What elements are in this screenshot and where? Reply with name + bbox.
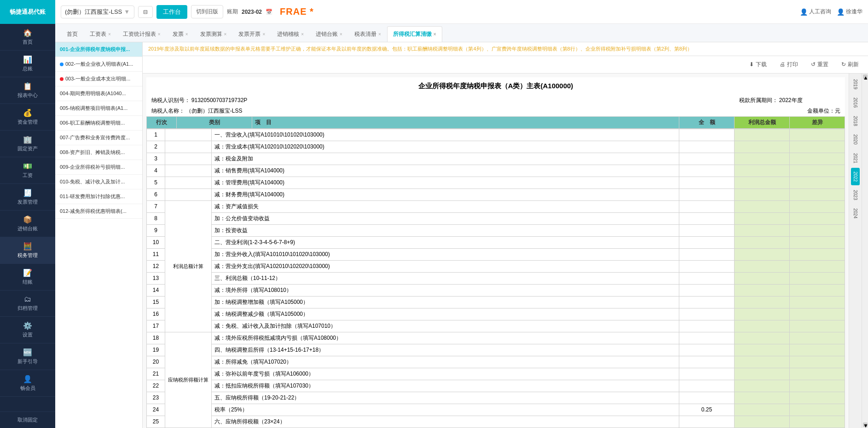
company-selector[interactable]: (勿删）江西服宝-LSS ▼ [61,6,134,18]
scroll-down-btn[interactable]: ▼ [863,422,868,427]
list-item-001[interactable]: 001-企业所得税年度纳税申报... [55,42,142,57]
tab-sales-ledger[interactable]: 进销台账× [310,26,348,42]
year-item-2023[interactable]: 2023 [851,186,860,204]
print-layout-btn[interactable]: ⊟ [138,6,153,18]
header-amount: 全 额 [679,116,735,128]
year-item-2016[interactable]: 2016 [851,94,860,111]
refresh-button[interactable]: ↻ 刷新 [838,59,862,70]
tab-close-income-tax[interactable]: × [434,32,436,37]
ai-consult-btn[interactable]: 👤 人工咨询 [800,8,831,16]
tab-close-tax-list[interactable]: × [378,32,381,37]
tab-invoice[interactable]: 发票× [167,26,194,42]
tab-salary[interactable]: 工资表× [84,26,117,42]
sidebar-item-ledger[interactable]: 📊 总账 [0,51,55,77]
cell-row-num: 9 [147,224,165,236]
tab-invoice-open[interactable]: 发票开票× [232,26,271,42]
list-item-011[interactable]: 011-研发费用加计扣除优惠... [55,189,142,204]
tab-invoice-calc[interactable]: 发票测算× [194,26,233,42]
cell-diff [790,416,845,428]
tab-close-invoice[interactable]: × [185,32,188,37]
notice-bar: 2019年度涉及取以前年度延续数据的申报表单元格需要手工维护正确，才能保证本年及… [143,42,868,56]
cell-amount [679,236,735,248]
list-item-006[interactable]: 006-职工薪酬纳税调整明细... [55,116,142,131]
cell-item: 减：财务费用(填写A104000) [212,188,679,200]
tab-close-sales-ledger[interactable]: × [340,32,342,37]
tab-close-invoice-calc[interactable]: × [224,32,227,37]
content-area: 001-企业所得税年度纳税申报... 002-一般企业收入明细表(A1... 0… [55,42,868,428]
sidebar-item-guide[interactable]: 🆕 新手引导 [0,343,55,370]
sidebar-item-settings[interactable]: ⚙️ 设置 [0,317,55,343]
cell-amount [679,248,735,260]
cell-amount [679,320,735,332]
home-icon: 🏠 [23,29,32,37]
unpin-label: 取消固定 [17,417,38,423]
list-item-010[interactable]: 010-免税、减计收入及加计... [55,175,142,189]
table-row: 24税率（25%）0.25 [147,404,845,416]
tab-close-salary-stat[interactable]: × [158,32,161,37]
cell-row-num: 8 [147,212,165,224]
sidebar-item-label: 税务管理 [17,252,38,259]
sidebar-item-label: 设置 [23,331,33,338]
cell-diff [790,272,845,284]
print-button[interactable]: 🖨 打印 [776,59,802,70]
tab-tax-list[interactable]: 税表清册× [348,26,387,42]
list-item-012[interactable]: 012-减免所得税优惠明细表(... [55,204,142,219]
year-item-2021[interactable]: 2021 [851,149,860,167]
sidebar-item-report[interactable]: 📋 报表中心 [0,77,55,104]
cell-row-num: 6 [147,188,165,200]
list-item-002[interactable]: 002-一般企业收入明细表(A1... [55,57,142,72]
switch-old-button[interactable]: 切到旧版 [191,5,223,18]
tab-home[interactable]: 首页 [61,26,84,42]
sidebar-item-invoice[interactable]: 🧾 发票管理 [0,184,55,211]
year-item-2022[interactable]: 2022 [851,168,860,185]
list-item-008[interactable]: 008-资产折旧、摊销及纳税... [55,145,142,160]
sidebar-item-archive[interactable]: 🗂 归档管理 [0,291,55,317]
tab-close-invoice-open[interactable]: × [262,32,265,37]
cell-diff [790,200,845,212]
cell-profit [735,153,790,165]
list-item-003[interactable]: 003-一般企业成本支出明细... [55,72,142,86]
cell-diff [790,141,845,153]
cell-row-num: 12 [147,260,165,272]
calendar-icon: 📅 [266,9,272,15]
frae-star-label: FRAE * [276,6,318,17]
tab-close-salary[interactable]: × [108,32,111,37]
year-item-2024[interactable]: 2024 [851,205,860,222]
cell-row-num: 14 [147,284,165,296]
sidebar-item-fund[interactable]: 💰 资金管理 [0,104,55,131]
tab-salary-stat[interactable]: 工资统计报表× [117,26,167,42]
scroll-bar[interactable]: ▲ ▼ [862,74,868,428]
cell-item: 减：境外应税所得税抵减境内亏损（填写A108000） [212,332,679,344]
table-row: 12减：营业外支出(填写A102010\102020\103000) [147,260,845,272]
tax-period-label: 税款所属期间： [739,97,778,103]
cell-amount [679,368,735,380]
sidebar-item-tax[interactable]: 🧮 税务管理 [0,237,55,264]
sidebar-item-salary[interactable]: 💵 工资 [0,157,55,184]
sidebar-item-member[interactable]: 👤 畅会员 [0,370,55,397]
year-item-2020[interactable]: 2020 [851,131,860,148]
sidebar-item-asset[interactable]: 🏢 固定资产 [0,131,55,157]
sidebar-item-home[interactable]: 🏠 首页 [0,24,55,51]
tab-close-sales-check[interactable]: × [301,32,304,37]
list-item-004[interactable]: 004-期间费用明细表(A1040... [55,86,142,101]
cell-row-num: 22 [147,380,165,392]
workbench-button[interactable]: 工作台 [156,5,187,19]
list-item-007[interactable]: 007-广告费和业务宣传费跨度... [55,131,142,145]
list-item-005[interactable]: 005-纳税调整项目明细表(A1... [55,101,142,116]
reset-button[interactable]: ↺ 重置 [807,59,832,70]
tab-sales-check[interactable]: 进销稽核× [271,26,310,42]
download-button[interactable]: ⬇ 下载 [746,59,770,70]
tab-income-tax[interactable]: 所得税汇算清缴× [387,26,442,42]
list-item-009[interactable]: 009-企业所得税补亏损明细... [55,160,142,175]
cell-amount [679,308,735,320]
cell-amount [679,129,735,141]
year-item-2018[interactable]: 2018 [851,112,860,130]
cell-amount [679,272,735,284]
table-row: 21减：弥补以前年度亏损（填写A106000） [147,368,845,380]
sidebar-item-purchase[interactable]: 📦 进销台账 [0,211,55,237]
scroll-up-btn[interactable]: ▲ [863,74,868,79]
year-item-2019[interactable]: 2019 [851,75,860,93]
sidebar-item-settle[interactable]: 📝 结账 [0,264,55,291]
sidebar-footer[interactable]: 取消固定 [0,411,55,428]
sidebar-item-label: 发票管理 [17,199,38,205]
